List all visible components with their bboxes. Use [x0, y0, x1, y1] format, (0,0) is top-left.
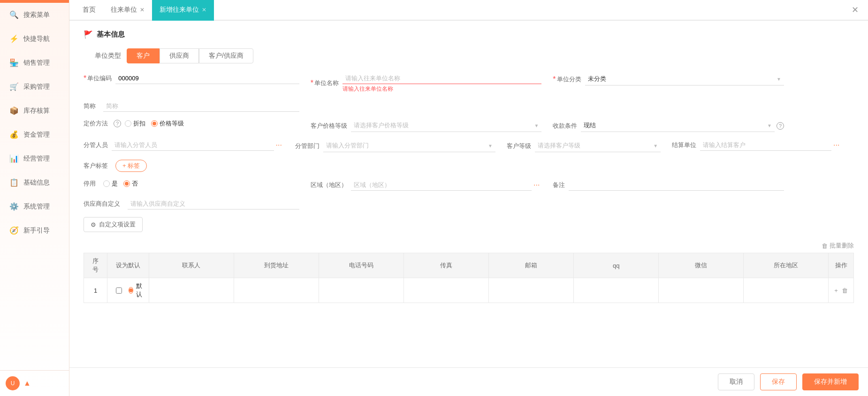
contacts-table: 序号 设为默认 联系人 到货地址 电话号码 传真 邮箱 qq 微信 所在地区 操…	[84, 253, 854, 303]
sidebar-item-quick-nav[interactable]: ⚡ 快捷导航	[2, 28, 67, 50]
cell-fax[interactable]	[404, 278, 489, 303]
custom-settings-button[interactable]: ⚙ 自定义项设置	[84, 217, 143, 232]
wechat-input[interactable]	[664, 287, 738, 294]
dept-select[interactable]: 请输入分管部门 ▼	[323, 140, 495, 152]
cell-phone[interactable]	[319, 278, 404, 303]
close-tab-counterpart-icon[interactable]: ✕	[140, 7, 145, 13]
type-btn-both[interactable]: 客户/供应商	[199, 48, 253, 63]
cancel-button[interactable]: 取消	[718, 373, 754, 390]
cell-email[interactable]	[489, 278, 574, 303]
settlement-unit-field: 结算单位 ···	[672, 140, 841, 151]
region-more-icon[interactable]: ···	[532, 181, 541, 189]
sidebar: 🔍 搜索菜单 ⚡ 快捷导航 🏪 销售管理 🛒 采购管理 📦 库存核算 💰 资金管…	[0, 0, 69, 396]
unit-code-input[interactable]	[115, 73, 299, 84]
settlement-unit-more-icon[interactable]: ···	[831, 141, 841, 149]
system-icon: ⚙️	[9, 202, 19, 211]
unit-category-field: * 单位分类 未分类 ▼	[553, 73, 784, 85]
disabled-radio-yes[interactable]: 是	[103, 179, 118, 188]
cell-default[interactable]: 默认	[107, 278, 149, 303]
address-input[interactable]	[240, 287, 313, 294]
sidebar-top-accent	[0, 0, 69, 3]
pricing-discount-label: 折扣	[133, 119, 145, 128]
cell-address[interactable]	[234, 278, 319, 303]
tab-home[interactable]: 首页	[75, 0, 103, 21]
tab-new-counterpart[interactable]: 新增往来单位 ✕	[152, 0, 214, 21]
supplier-custom-label: 供应商自定义	[84, 200, 120, 208]
save-and-add-button[interactable]: 保存并新增	[802, 373, 859, 390]
tab-counterpart[interactable]: 往来单位 ✕	[103, 0, 152, 21]
save-button[interactable]: 保存	[760, 373, 797, 390]
payment-terms-value: 现结	[584, 121, 765, 130]
unit-name-input[interactable]	[343, 73, 541, 84]
sidebar-item-operations[interactable]: 📊 经营管理	[2, 148, 67, 170]
close-all-tabs-button[interactable]: ✕	[848, 5, 862, 15]
pricing-method-label: 定价方法	[84, 119, 108, 128]
supplier-custom-input[interactable]	[128, 198, 299, 210]
email-input[interactable]	[495, 287, 568, 294]
table-section: 🗑 批量删除 序号 设为默认 联系人 到货地址 电话号码 传真 邮箱 qq	[84, 241, 854, 303]
region-input[interactable]	[351, 179, 532, 191]
cell-wechat[interactable]	[659, 278, 744, 303]
short-name-input[interactable]	[103, 101, 299, 112]
qq-input[interactable]	[579, 287, 653, 294]
unit-name-with-error: 请输入往来单位名称	[343, 73, 541, 93]
customer-level-label: 客户等级	[507, 142, 531, 150]
manager-field: 分管人员 ···	[84, 140, 284, 151]
settlement-unit-input[interactable]	[700, 140, 831, 151]
customer-level-select[interactable]: 请选择客户等级 ▼	[535, 140, 661, 152]
manager-input[interactable]	[112, 140, 274, 151]
close-tab-new-counterpart-icon[interactable]: ✕	[202, 7, 206, 13]
sidebar-item-purchase[interactable]: 🛒 采购管理	[2, 76, 67, 98]
phone-input[interactable]	[325, 287, 398, 294]
cell-qq[interactable]	[574, 278, 659, 303]
pricing-radio-price-level[interactable]: 价格等级	[151, 119, 184, 128]
remark-input[interactable]	[569, 179, 784, 191]
delete-row-icon[interactable]: 🗑	[842, 287, 848, 294]
radio-outer-default	[129, 287, 133, 294]
customer-price-level-select[interactable]: 请选择客户价格等级 ▼	[351, 119, 542, 132]
cell-contact[interactable]	[149, 278, 234, 303]
payment-terms-select[interactable]: 现结 ▼	[581, 119, 775, 132]
fax-input[interactable]	[410, 287, 483, 294]
form-row-disabled: 停用 是 否 区域（地区）	[84, 179, 854, 191]
payment-terms-help-icon[interactable]: ?	[777, 122, 784, 130]
manager-label: 分管人员	[84, 141, 108, 149]
chevron-down-icon-payment: ▼	[767, 123, 772, 128]
default-radio[interactable]: 默认	[129, 282, 143, 299]
sidebar-item-finance[interactable]: 💰 资金管理	[2, 124, 67, 146]
sidebar-item-guide[interactable]: 🧭 新手引导	[2, 219, 67, 241]
unit-name-error: 请输入往来单位名称	[343, 85, 541, 93]
type-btn-customer[interactable]: 客户	[127, 48, 160, 63]
pricing-help-icon[interactable]: ?	[114, 120, 121, 127]
region-table-input[interactable]	[749, 287, 822, 294]
manager-more-icon[interactable]: ···	[274, 141, 284, 149]
type-btn-supplier[interactable]: 供应商	[160, 48, 199, 63]
sidebar-item-search[interactable]: 🔍 搜索菜单	[2, 4, 67, 26]
sidebar-bottom-icon: ▲	[23, 379, 31, 388]
table-row: 1 默认	[84, 278, 854, 303]
contact-input[interactable]	[155, 287, 228, 294]
pricing-price-level-label: 价格等级	[160, 119, 184, 128]
cell-region[interactable]	[744, 278, 829, 303]
disabled-radio-no[interactable]: 否	[123, 179, 138, 188]
customer-level-placeholder: 请选择客户等级	[538, 141, 651, 150]
add-row-icon[interactable]: +	[834, 287, 838, 294]
unit-category-select[interactable]: 未分类 ▼	[585, 73, 784, 85]
sidebar-item-inventory[interactable]: 📦 库存核算	[2, 100, 67, 122]
chevron-down-icon-price: ▼	[534, 123, 539, 128]
customer-tag-field: 客户标签 + 标签	[84, 160, 854, 172]
batch-delete-button[interactable]: 🗑 批量删除	[822, 241, 854, 250]
remark-field: 备注	[553, 179, 784, 191]
pricing-radio-discount[interactable]: 折扣	[125, 119, 145, 128]
row-checkbox[interactable]	[113, 287, 125, 294]
tab-new-counterpart-label: 新增往来单位	[160, 6, 199, 14]
radio-outer-discount	[125, 120, 131, 127]
sidebar-item-base-info[interactable]: 📋 基础信息	[2, 171, 67, 194]
unit-code-label: 单位编码	[87, 74, 112, 83]
add-tag-button[interactable]: + 标签	[115, 160, 147, 172]
sidebar-item-sales[interactable]: 🏪 销售管理	[2, 52, 67, 74]
guide-icon: 🧭	[9, 226, 19, 235]
unit-type-row: 单位类型 客户 供应商 客户/供应商	[84, 48, 854, 63]
sidebar-item-system[interactable]: ⚙️ 系统管理	[2, 195, 67, 217]
chevron-down-icon-dept: ▼	[488, 143, 493, 148]
